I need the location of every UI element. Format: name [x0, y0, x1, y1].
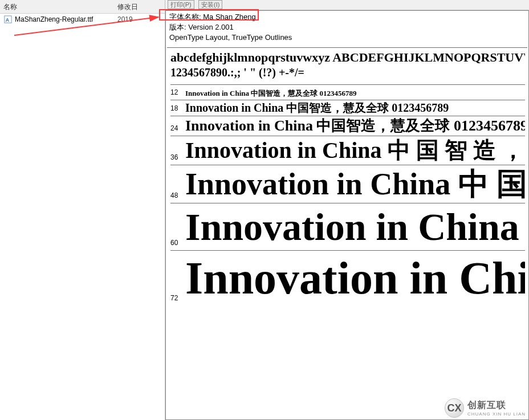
- column-header-name[interactable]: 名称: [3, 0, 117, 13]
- sample-text: Innovation in China 中: [185, 252, 525, 304]
- sample-row: 24Innovation in China 中国智造，慧及全球 01234567…: [170, 116, 525, 136]
- charset-line1: abcdefghijklmnopqrstuvwxyz ABCDEFGHIJKLM…: [170, 50, 525, 65]
- toolbar: 打印(P) 安装(I): [165, 0, 529, 10]
- watermark: CX 创新互联 CHUANG XIN HU LIAN: [445, 398, 526, 418]
- sample-text: Innovation in China 中 国 智 造 ， 慧 及: [185, 137, 525, 164]
- svg-text:A: A: [6, 17, 10, 23]
- sample-row: 36Innovation in China 中 国 智 造 ， 慧 及: [170, 136, 525, 165]
- sample-text: Innovation in China 中 国 智 造: [185, 166, 525, 202]
- sample-size-label: 60: [170, 239, 185, 249]
- file-row[interactable]: A MaShanZheng-Regular.ttf 2019: [0, 14, 165, 25]
- watermark-logo-icon: CX: [445, 398, 464, 418]
- font-version-value: Version 2.001: [188, 23, 234, 31]
- sample-text: Innovation in China 中 国: [185, 205, 525, 249]
- sample-text: Innovation in China 中国智造，慧及全球 0123456789: [185, 89, 525, 98]
- sample-size-label: 48: [170, 191, 185, 202]
- watermark-sub-text: CHUANG XIN HU LIAN: [467, 411, 526, 417]
- font-name-line: 字体名称: Ma Shan Zheng: [169, 12, 525, 22]
- file-name-text: MaShanZheng-Regular.ttf: [15, 14, 93, 25]
- sample-size-label: 24: [170, 124, 185, 134]
- charset-line2: 1234567890.:,; ' " (!?) +-*/=: [170, 65, 525, 80]
- watermark-main-text: 创新互联: [467, 399, 526, 411]
- print-button[interactable]: 打印(P): [168, 0, 194, 9]
- font-version-line: 版本: Version 2.001: [169, 22, 525, 32]
- sample-size-label: 18: [170, 104, 185, 115]
- file-list-header: 名称 修改日: [0, 0, 165, 14]
- charset-preview: abcdefghijklmnopqrstuvwxyz ABCDEFGHIJKLM…: [170, 50, 525, 85]
- sample-size-label: 36: [170, 153, 185, 164]
- sample-size-label: 72: [170, 294, 185, 304]
- sample-text: Innovation in China 中国智造，慧及全球 0123456789: [185, 101, 525, 115]
- sample-row: 60Innovation in China 中 国: [170, 203, 525, 251]
- sample-text: Innovation in China 中国智造，慧及全球 0123456789: [185, 117, 525, 134]
- font-preview-pane: 字体名称: Ma Shan Zheng 版本: Version 2.001 Op…: [165, 10, 529, 420]
- font-name-label: 字体名称:: [169, 13, 201, 21]
- column-header-modified[interactable]: 修改日: [117, 0, 152, 13]
- font-file-icon: A: [3, 15, 13, 24]
- preview-area: abcdefghijklmnopqrstuvwxyz ABCDEFGHIJKLM…: [167, 47, 527, 308]
- file-date-text: 2019: [117, 14, 133, 25]
- file-list-pane: 名称 修改日 A MaShanZheng-Regular.ttf 2019: [0, 0, 165, 420]
- sample-row: 12Innovation in China 中国智造，慧及全球 01234567…: [170, 87, 525, 100]
- sample-row: 18Innovation in China 中国智造，慧及全球 01234567…: [170, 100, 525, 116]
- font-version-label: 版本:: [169, 23, 186, 31]
- sample-row: 48Innovation in China 中 国 智 造: [170, 165, 525, 203]
- sample-sizes-list: 12Innovation in China 中国智造，慧及全球 01234567…: [170, 87, 525, 305]
- sample-size-label: 12: [170, 88, 185, 99]
- sample-row: 72Innovation in China 中: [170, 251, 525, 305]
- font-metadata: 字体名称: Ma Shan Zheng 版本: Version 2.001 Op…: [166, 11, 528, 45]
- font-name-value: Ma Shan Zheng: [203, 13, 256, 21]
- font-outline-line: OpenType Layout, TrueType Outlines: [169, 32, 525, 43]
- install-button[interactable]: 安装(I): [198, 0, 222, 9]
